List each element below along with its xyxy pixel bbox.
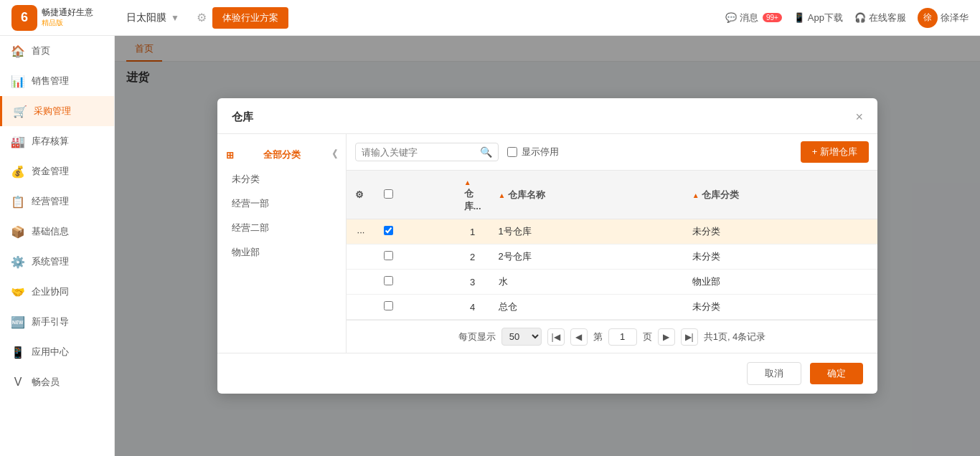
col-code-sort-icon[interactable]: ▲ <box>464 179 471 186</box>
col-check <box>375 171 456 219</box>
logo-icon: 6 <box>11 5 37 31</box>
table-toolbar: 🔍 显示停用 + 新增仓库 <box>347 134 877 171</box>
cancel-button[interactable]: 取消 <box>747 362 801 385</box>
gear-header-icon: ⚙ <box>355 189 364 200</box>
message-label: 消息 <box>740 11 758 24</box>
warehouse-table: ⚙ ▲ 仓库... ▲ 仓库名称 <box>347 171 877 320</box>
sidebar-item-operation[interactable]: 📋 经营管理 <box>0 186 114 217</box>
category-all[interactable]: ⊞ 全部分类 《 <box>217 143 346 167</box>
col-cat-sort-icon[interactable]: ▲ <box>692 191 699 199</box>
page-text-label: 第 <box>593 331 603 343</box>
sidebar-item-appstore[interactable]: 📱 应用中心 <box>0 337 114 367</box>
sidebar-item-basic-info[interactable]: 📦 基础信息 <box>0 217 114 247</box>
sidebar-item-finance[interactable]: 💰 资金管理 <box>0 156 114 186</box>
vip-icon: V <box>11 376 24 389</box>
inventory-icon: 🏭 <box>11 135 24 148</box>
service-item[interactable]: 🎧 在线客服 <box>854 11 906 24</box>
table-row[interactable]: 3 水 物业部 <box>347 270 877 295</box>
row-check-cell <box>375 244 456 270</box>
row-checkbox[interactable] <box>384 276 393 285</box>
page-first-button[interactable]: |◀ <box>547 328 565 346</box>
row-more-icon[interactable]: ··· <box>357 227 365 237</box>
page-prev-button[interactable]: ◀ <box>570 328 588 346</box>
table-row[interactable]: 4 总仓 未分类 <box>347 295 877 320</box>
category-item-1[interactable]: 经营一部 <box>217 191 346 216</box>
select-all-checkbox[interactable] <box>384 189 393 199</box>
dialog-body: ⊞ 全部分类 《 未分类 经营一部 经营二部 物业部 <box>217 134 877 353</box>
total-info: 共1页, 4条记录 <box>704 331 766 343</box>
sidebar-label-operation: 经营管理 <box>32 195 69 208</box>
settings-icon[interactable]: ⚙ <box>197 11 207 24</box>
sidebar-item-guide[interactable]: 🆕 新手引导 <box>0 307 114 337</box>
logo-text: 畅捷通好生意 <box>42 7 93 19</box>
sidebar-item-home[interactable]: 🏠 首页 <box>0 36 114 66</box>
search-input[interactable] <box>362 147 476 158</box>
experience-button[interactable]: 体验行业方案 <box>212 7 288 29</box>
main-content: 首页 进货 仓库 × ⊞ 全部分类 <box>115 36 980 456</box>
sidebar-item-vip[interactable]: V 畅会员 <box>0 367 114 397</box>
dialog-overlay: 仓库 × ⊞ 全部分类 《 未分类 经营一部 经营二部 <box>115 36 980 456</box>
per-page-select[interactable]: 50 100 <box>501 328 542 346</box>
user-item[interactable]: 徐 徐泽华 <box>918 8 969 28</box>
show-disabled-text: 显示停用 <box>522 146 559 158</box>
row-checkbox[interactable] <box>384 301 393 310</box>
company-arrow-icon: ▼ <box>171 13 179 23</box>
company-selector[interactable]: 日太阳膜 ▼ <box>126 11 179 24</box>
message-item[interactable]: 💬 消息 99+ <box>725 11 782 24</box>
finance-icon: 💰 <box>11 165 24 178</box>
dialog-footer: 取消 确定 <box>217 353 877 394</box>
per-page-label: 每页显示 <box>458 331 496 343</box>
row-gear-cell <box>347 270 375 295</box>
row-num: 3 <box>456 270 490 295</box>
table-row[interactable]: ··· 1 1号仓库 未分类 <box>347 219 877 244</box>
sidebar-item-purchase[interactable]: 🛒 采购管理 <box>0 96 114 126</box>
confirm-button[interactable]: 确定 <box>810 363 863 384</box>
show-disabled-checkbox[interactable] <box>507 147 517 157</box>
sidebar-label-sales: 销售管理 <box>32 75 69 87</box>
sidebar: 🏠 首页 📊 销售管理 🛒 采购管理 🏭 库存核算 💰 资金管理 📋 经营管理 … <box>0 36 115 456</box>
row-checkbox[interactable] <box>384 226 393 235</box>
sidebar-item-enterprise[interactable]: 🤝 企业协同 <box>0 277 114 307</box>
category-item-3[interactable]: 物业部 <box>217 240 346 265</box>
show-disabled-label: 显示停用 <box>507 146 559 158</box>
category-panel: ⊞ 全部分类 《 未分类 经营一部 经营二部 物业部 <box>217 134 347 353</box>
row-checkbox[interactable] <box>384 251 393 260</box>
row-check-cell <box>375 219 456 244</box>
collapse-icon[interactable]: 《 <box>327 148 337 161</box>
system-icon: ⚙️ <box>11 255 24 268</box>
row-gear-cell: ··· <box>347 219 375 244</box>
sidebar-item-system[interactable]: ⚙️ 系统管理 <box>0 247 114 277</box>
table-row[interactable]: 2 2号仓库 未分类 <box>347 244 877 270</box>
warehouse-dialog: 仓库 × ⊞ 全部分类 《 未分类 经营一部 经营二部 <box>217 98 877 394</box>
logo-area: 6 畅捷通好生意 精品版 <box>11 5 126 31</box>
col-name: ▲ 仓库名称 <box>490 171 684 219</box>
col-name-sort-icon[interactable]: ▲ <box>499 191 506 199</box>
page-suffix-label: 页 <box>643 331 652 343</box>
header-right: 💬 消息 99+ 📱 App下载 🎧 在线客服 徐 徐泽华 <box>725 8 969 28</box>
row-check-cell <box>375 270 456 295</box>
headset-icon: 🎧 <box>854 12 866 23</box>
category-item-2[interactable]: 经营二部 <box>217 216 346 240</box>
enterprise-icon: 🤝 <box>11 285 24 298</box>
row-category: 未分类 <box>684 219 877 244</box>
sidebar-item-sales[interactable]: 📊 销售管理 <box>0 66 114 96</box>
add-warehouse-button[interactable]: + 新增仓库 <box>801 141 869 163</box>
page-last-button[interactable]: ▶| <box>681 328 698 346</box>
col-category: ▲ 仓库分类 <box>684 171 877 219</box>
row-num: 1 <box>456 219 490 244</box>
search-icon[interactable]: 🔍 <box>480 146 492 158</box>
sidebar-label-vip: 畅会员 <box>32 376 60 389</box>
col-gear: ⚙ <box>347 171 375 219</box>
page-next-button[interactable]: ▶ <box>658 328 675 346</box>
sidebar-item-inventory[interactable]: 🏭 库存核算 <box>0 126 114 156</box>
row-gear-cell <box>347 295 375 320</box>
category-item-0[interactable]: 未分类 <box>217 167 346 191</box>
app-label: App下载 <box>808 11 843 24</box>
dialog-close-button[interactable]: × <box>855 110 863 125</box>
sidebar-label-home: 首页 <box>32 44 50 57</box>
row-num: 2 <box>456 244 490 270</box>
row-category: 物业部 <box>684 270 877 295</box>
avatar: 徐 <box>918 8 938 28</box>
page-input[interactable] <box>608 328 637 346</box>
app-download-item[interactable]: 📱 App下载 <box>793 11 843 24</box>
